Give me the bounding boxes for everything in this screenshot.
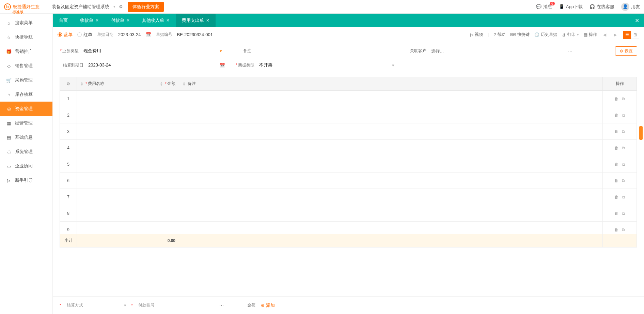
header-gear[interactable]: ⚙	[60, 77, 77, 90]
tab[interactable]: 付款单✕	[105, 14, 136, 27]
cell-note[interactable]	[179, 173, 603, 189]
sidebar-item[interactable]: ☆快捷导航	[0, 30, 52, 44]
cell-amount[interactable]	[128, 173, 179, 189]
copy-icon[interactable]: ⧉	[622, 227, 625, 232]
sidebar-item[interactable]: ▭企业协同	[0, 159, 52, 173]
view-tree-button[interactable]: ⊞	[631, 31, 639, 39]
ellipsis-icon[interactable]: ⋯	[568, 48, 573, 54]
delete-icon[interactable]: 🗑	[614, 129, 618, 134]
chevron-down-icon[interactable]: ▾	[392, 63, 394, 68]
chevron-down-icon[interactable]: ▾	[220, 48, 222, 54]
amount-input[interactable]	[229, 301, 256, 309]
cell-note[interactable]	[179, 222, 603, 234]
view-list-button[interactable]: ☰	[623, 31, 631, 39]
delete-icon[interactable]: 🗑	[614, 162, 618, 167]
cell-name[interactable]	[77, 173, 128, 189]
cell-name[interactable]	[77, 205, 128, 221]
ellipsis-icon[interactable]: ⋯	[219, 303, 224, 308]
add-row-button[interactable]: ⊕ 添加	[261, 302, 275, 309]
action-video[interactable]: ▷视频	[470, 32, 483, 38]
table-row[interactable]: 5🗑⧉	[60, 156, 637, 173]
scrollbar-thumb[interactable]	[639, 126, 643, 140]
copy-icon[interactable]: ⧉	[622, 178, 625, 183]
header-name[interactable]: ▲▼*费用名称	[77, 77, 128, 90]
prev-doc-icon[interactable]: ◀	[602, 32, 608, 37]
cell-note[interactable]	[179, 205, 603, 221]
cell-amount[interactable]	[128, 222, 179, 234]
table-row[interactable]: 3🗑⧉	[60, 123, 637, 140]
copy-icon[interactable]: ⧉	[622, 113, 625, 118]
app-download-link[interactable]: 📱 App下载	[559, 4, 583, 10]
tab[interactable]: 其他收入单✕	[136, 14, 176, 27]
cell-amount[interactable]	[128, 156, 179, 172]
sidebar-item[interactable]: 🎁营销推广	[0, 44, 52, 59]
cell-name[interactable]	[77, 222, 128, 234]
cell-note[interactable]	[179, 123, 603, 139]
table-row[interactable]: 6🗑⧉	[60, 173, 637, 189]
settle-date-input[interactable]	[86, 61, 224, 69]
cell-name[interactable]	[77, 156, 128, 172]
pay-account-input[interactable]	[159, 301, 221, 309]
delete-icon[interactable]: 🗑	[614, 178, 618, 183]
next-doc-icon[interactable]: ▶	[612, 32, 618, 37]
calendar-icon[interactable]: 📅	[220, 63, 225, 68]
close-icon[interactable]: ✕	[206, 18, 209, 23]
copy-icon[interactable]: ⧉	[622, 129, 625, 134]
sidebar-item[interactable]: ⌕搜索菜单	[0, 16, 52, 30]
tab[interactable]: 首页	[53, 14, 74, 27]
cell-note[interactable]	[179, 189, 603, 205]
support-link[interactable]: 🎧 在线客服	[590, 4, 614, 10]
cell-name[interactable]	[77, 123, 128, 139]
action-help[interactable]: ?帮助	[493, 32, 505, 38]
table-row[interactable]: 9🗑⧉	[60, 222, 637, 234]
cell-amount[interactable]	[128, 140, 179, 156]
calendar-icon[interactable]: 📅	[146, 32, 151, 37]
delete-icon[interactable]: 🗑	[614, 146, 618, 150]
action-print[interactable]: 🖨打印▾	[562, 32, 579, 38]
sidebar-item[interactable]: 🛒采购管理	[0, 73, 52, 87]
delete-icon[interactable]: 🗑	[614, 195, 618, 199]
table-row[interactable]: 4🗑⧉	[60, 140, 637, 156]
messages-link[interactable]: 💬 消息 6	[536, 4, 552, 10]
tab[interactable]: 费用支出单✕	[176, 14, 216, 27]
chevron-down-icon[interactable]: ▾	[124, 303, 126, 308]
sidebar-item[interactable]: ◇销售管理	[0, 59, 52, 73]
copy-icon[interactable]: ⧉	[622, 96, 625, 101]
cell-amount[interactable]	[128, 189, 179, 205]
cell-note[interactable]	[179, 91, 603, 107]
copy-icon[interactable]: ⧉	[622, 146, 625, 150]
settle-method-input[interactable]	[88, 301, 125, 309]
table-row[interactable]: 2🗑⧉	[60, 107, 637, 123]
sidebar-item[interactable]: ⌂库存核算	[0, 87, 52, 102]
delete-icon[interactable]: 🗑	[614, 96, 618, 101]
action-history[interactable]: 🕓历史单据	[534, 32, 557, 38]
biz-type-input[interactable]	[81, 47, 224, 55]
delete-icon[interactable]: 🗑	[614, 113, 618, 118]
sidebar-item[interactable]: ▷新手引导	[0, 173, 52, 188]
header-amount[interactable]: ▲▼*金额	[128, 77, 179, 90]
settings-button[interactable]: ⚙ 设置	[615, 46, 637, 56]
sidebar-item[interactable]: ◎资金管理	[0, 102, 52, 116]
close-icon[interactable]: ✕	[126, 18, 130, 23]
cell-note[interactable]	[179, 156, 603, 172]
table-row[interactable]: 7🗑⧉	[60, 189, 637, 205]
cell-name[interactable]	[77, 107, 128, 123]
close-icon[interactable]: ✕	[166, 18, 170, 23]
radio-red[interactable]: 红单	[77, 32, 92, 38]
cell-note[interactable]	[179, 107, 603, 123]
cell-name[interactable]	[77, 140, 128, 156]
tab[interactable]: 收款单✕	[74, 14, 105, 27]
table-row[interactable]: 1🗑⧉	[60, 91, 637, 107]
cell-amount[interactable]	[128, 205, 179, 221]
delete-icon[interactable]: 🗑	[614, 227, 618, 232]
header-note[interactable]: ▲▼备注	[179, 77, 603, 90]
sidebar-item[interactable]: ▤基础信息	[0, 130, 52, 145]
customer-input[interactable]	[429, 47, 565, 55]
close-icon[interactable]: ✕	[95, 18, 99, 23]
cell-amount[interactable]	[128, 91, 179, 107]
promo-button[interactable]: 体验行业方案	[128, 2, 164, 12]
system-selector[interactable]: 装备及固定资产辅助管理系统 ▾	[52, 4, 115, 10]
copy-icon[interactable]: ⧉	[622, 162, 625, 167]
user-menu[interactable]: 👤 用友	[621, 3, 640, 11]
cell-name[interactable]	[77, 91, 128, 107]
